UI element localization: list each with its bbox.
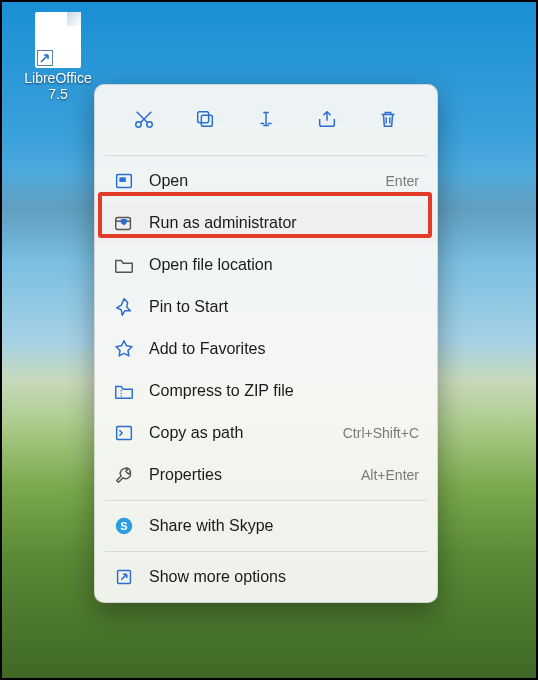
rename-icon [255,108,277,130]
menu-item-run-as-administrator[interactable]: Run as administrator [95,202,437,244]
svg-rect-3 [197,112,208,123]
menu-item-add-to-favorites[interactable]: Add to Favorites [95,328,437,370]
svg-rect-7 [117,427,132,440]
menu-separator [105,551,427,552]
share-button[interactable] [307,101,347,137]
svg-text:S: S [120,520,127,532]
menu-item-show-more-options[interactable]: Show more options [95,556,437,598]
context-menu-action-row [95,91,437,151]
menu-item-accelerator: Ctrl+Shift+C [343,425,419,441]
cut-button[interactable] [124,101,164,137]
expand-icon [113,566,135,588]
delete-button[interactable] [368,101,408,137]
menu-item-accelerator: Enter [386,173,419,189]
open-icon [113,170,135,192]
menu-item-share-with-skype[interactable]: S Share with Skype [95,505,437,547]
skype-icon: S [113,515,135,537]
svg-rect-5 [119,177,125,182]
menu-item-label: Properties [149,466,347,484]
menu-item-label: Open file location [149,256,419,274]
menu-item-properties[interactable]: Properties Alt+Enter [95,454,437,496]
folder-icon [113,254,135,276]
share-icon [316,108,338,130]
menu-item-label: Pin to Start [149,298,419,316]
pin-icon [113,296,135,318]
menu-item-label: Copy as path [149,424,329,442]
context-menu: Open Enter Run as administrator Open fil… [94,84,438,603]
copy-icon [194,108,216,130]
menu-separator [105,500,427,501]
desktop-icon-label: LibreOffice 7.5 [24,70,91,102]
desktop-icon-libreoffice[interactable]: LibreOffice 7.5 [20,12,96,102]
star-icon [113,338,135,360]
copy-path-icon [113,422,135,444]
svg-rect-2 [201,115,212,126]
menu-item-compress-to-zip[interactable]: Compress to ZIP file [95,370,437,412]
scissors-icon [133,108,155,130]
menu-item-pin-to-start[interactable]: Pin to Start [95,286,437,328]
menu-separator [105,155,427,156]
menu-item-open-file-location[interactable]: Open file location [95,244,437,286]
menu-item-label: Run as administrator [149,214,405,232]
menu-item-accelerator: Alt+Enter [361,467,419,483]
copy-button[interactable] [185,101,225,137]
menu-item-label: Show more options [149,568,419,586]
menu-item-copy-as-path[interactable]: Copy as path Ctrl+Shift+C [95,412,437,454]
zip-folder-icon [113,380,135,402]
wrench-icon [113,464,135,486]
menu-item-label: Share with Skype [149,517,419,535]
rename-button[interactable] [246,101,286,137]
run-as-admin-icon [113,212,135,234]
context-menu-list: Open Enter Run as administrator Open fil… [95,160,437,598]
menu-item-open[interactable]: Open Enter [95,160,437,202]
shortcut-arrow-icon [37,50,53,66]
menu-item-label: Open [149,172,372,190]
file-icon [35,12,81,68]
menu-item-label: Compress to ZIP file [149,382,419,400]
menu-item-label: Add to Favorites [149,340,419,358]
trash-icon [377,108,399,130]
